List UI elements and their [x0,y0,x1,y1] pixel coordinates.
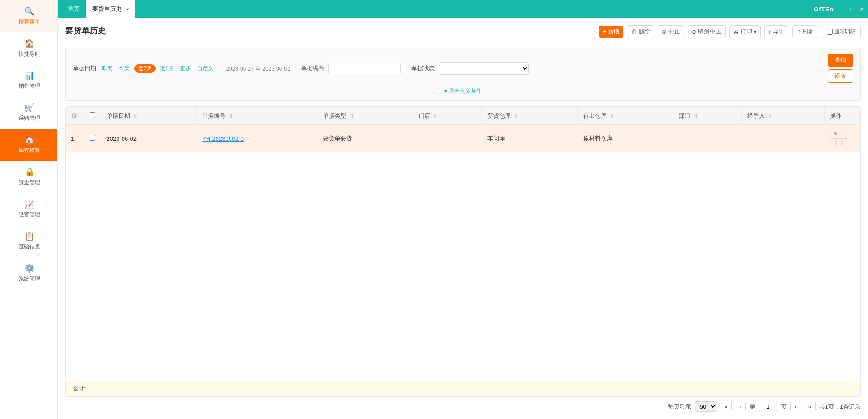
maximize-button[interactable]: □ [850,6,854,13]
page-number-input[interactable] [759,402,777,411]
date-shortcut-1month[interactable]: 近1月 [158,64,176,73]
data-table: ⚙ 单据日期 ⇅ 单据编号 ⇅ [66,107,860,152]
pagination: 每页显示 50 « ‹ 第 页 › » 共1页，1条记录 [65,397,861,412]
date-shortcut-7days[interactable]: 近7天 [134,64,156,73]
stop-button[interactable]: ⊘ 中止 [658,25,684,38]
settings-button[interactable]: 设置 [828,69,853,83]
total-info: 共1页，1条记录 [819,403,861,411]
row-req-warehouse: 车间库 [481,125,577,152]
expand-more-area: ▾ 展开更多条件 [73,87,853,95]
cancel-stop-button[interactable]: ⊙ 取消中止 [688,25,726,38]
row-order-no: YH-20230602-0 [197,125,317,152]
print-icon: 🖨 [733,29,739,35]
table-footer: 合计: [65,381,861,397]
sidebar-item-quick-nav[interactable]: 🏠 快捷导航 [0,32,57,64]
last-page-button[interactable]: » [804,402,815,411]
export-button[interactable]: ↑ 导出 [764,25,789,38]
sidebar-item-operation[interactable]: 📈 经营管理 [0,193,57,225]
row-checkbox[interactable] [90,135,95,141]
date-filter-group: 单据日期 昨天 今天 近7天 近1月 更多 自定义 [73,64,215,73]
chevron-down-icon: ▾ [444,88,447,95]
department-sort-icon[interactable]: ⇅ [694,114,698,119]
col-order-type: 单据类型 ⇅ [317,107,413,125]
date-shortcut-today[interactable]: 今天 [117,64,132,73]
order-type-sort-icon[interactable]: ⇅ [350,114,354,119]
sidebar-item-system[interactable]: ⚙️ 系统管理 [0,257,57,289]
col-pending-warehouse: 待出仓库 ⇅ [577,107,673,125]
sidebar: 🔍 搜索菜单 🏠 快捷导航 📊 销售管理 🛒 采购管理 🏠 库存核算 🔒 资金管… [0,0,58,419]
prev-page-button[interactable]: ‹ [736,402,745,411]
display-detail-checkbox[interactable] [827,29,833,35]
row-edit-button[interactable]: ✎ [830,129,841,138]
content-area: 要货单历史 + 新增 🗑 删除 ⊘ 中止 ⊙ 取消中止 🖨 打印 [58,18,868,419]
order-no-sort-icon[interactable]: ⇅ [229,114,233,119]
row-index: 1 [66,125,84,152]
column-settings-icon[interactable]: ⚙ [71,111,77,120]
date-label: 单据日期 [73,64,96,72]
refresh-button[interactable]: ↺ 刷新 [792,25,818,38]
brand-label: OfTEn [814,6,834,13]
minimize-button[interactable]: — [839,6,845,13]
req-warehouse-sort-icon[interactable]: ⇅ [514,114,518,119]
system-icon: ⚙️ [24,263,34,273]
date-shortcut-more[interactable]: 更多 [178,64,193,73]
tab-close-icon[interactable]: × [126,6,129,12]
cancel-stop-icon: ⊙ [692,29,697,35]
sidebar-item-base-info[interactable]: 📋 基础信息 [0,225,57,257]
home-icon: 🏠 [24,38,34,48]
order-no-input[interactable] [328,63,401,74]
handler-sort-icon[interactable]: ⇅ [769,114,772,119]
total-label: 合计: [73,385,86,393]
display-detail-button[interactable]: 显示明细 [822,26,861,38]
date-shortcut-custom[interactable]: 自定义 [195,64,215,73]
col-checkbox [84,107,101,125]
date-shortcuts: 昨天 今天 近7天 近1月 更多 自定义 [100,64,215,73]
finance-icon: 🔒 [24,167,34,177]
date-shortcut-yesterday[interactable]: 昨天 [100,64,114,73]
table-row: 1 2023-06-02 YH-20230602-0 要货单要货 车间库 原材料… [66,125,860,152]
row-pending-warehouse: 原材料仓库 [577,125,673,152]
new-button[interactable]: + 新增 [599,26,623,38]
order-no-label: 单据编号 [301,64,325,72]
tab-home[interactable]: 首页 [61,0,86,18]
page-label: 第 [750,403,755,411]
refresh-icon: ↺ [796,29,801,35]
sidebar-item-sales[interactable]: 📊 销售管理 [0,64,57,96]
store-sort-icon[interactable]: ⇅ [434,114,437,119]
filter-row: 单据日期 昨天 今天 近7天 近1月 更多 自定义 2023-05-27 至 2… [73,54,853,83]
expand-more-button[interactable]: ▾ 展开更多条件 [444,87,481,95]
pending-warehouse-sort-icon[interactable]: ⇅ [610,114,613,119]
order-no-link[interactable]: YH-20230602-0 [202,135,244,142]
select-all-checkbox[interactable] [90,112,95,118]
row-department [673,125,742,152]
row-more-button[interactable]: ⋮⋮ [830,138,848,148]
sidebar-item-inventory[interactable]: 🏠 库存核算 [0,129,57,161]
page-suffix: 页 [781,403,787,411]
sidebar-item-purchase[interactable]: 🛒 采购管理 [0,96,57,129]
tab-order-history[interactable]: 要货单历史 × [86,0,135,18]
date-sort-icon[interactable]: ⇅ [133,114,137,119]
status-select[interactable] [439,62,529,75]
date-range-text: 2023-05-27 至 2023-06-02 [226,65,290,73]
sidebar-item-search-menu[interactable]: 🔍 搜索菜单 [0,0,57,32]
window-actions: OfTEn — □ ✕ [814,6,864,13]
close-button[interactable]: ✕ [859,6,864,13]
data-table-container: ⚙ 单据日期 ⇅ 单据编号 ⇅ [65,106,861,381]
query-button[interactable]: 查询 [828,54,853,67]
export-icon: ↑ [769,29,772,35]
next-page-button[interactable]: › [790,402,800,411]
col-store: 门店 ⇅ [413,107,481,125]
status-label: 单据状态 [411,64,435,72]
col-settings: ⚙ [66,107,84,125]
col-req-warehouse: 要货仓库 ⇅ [481,107,577,125]
row-date: 2023-06-02 [101,125,197,152]
col-operation: 操作 [824,107,860,125]
sidebar-item-finance[interactable]: 🔒 资金管理 [0,161,57,193]
row-store [413,125,481,152]
row-order-type: 要货单要货 [317,125,413,152]
print-button[interactable]: 🖨 打印 ▾ [729,25,761,38]
delete-button[interactable]: 🗑 删除 [627,25,654,38]
order-no-filter-group: 单据编号 [301,63,401,74]
page-size-select[interactable]: 50 [695,401,717,412]
first-page-button[interactable]: « [721,402,732,411]
